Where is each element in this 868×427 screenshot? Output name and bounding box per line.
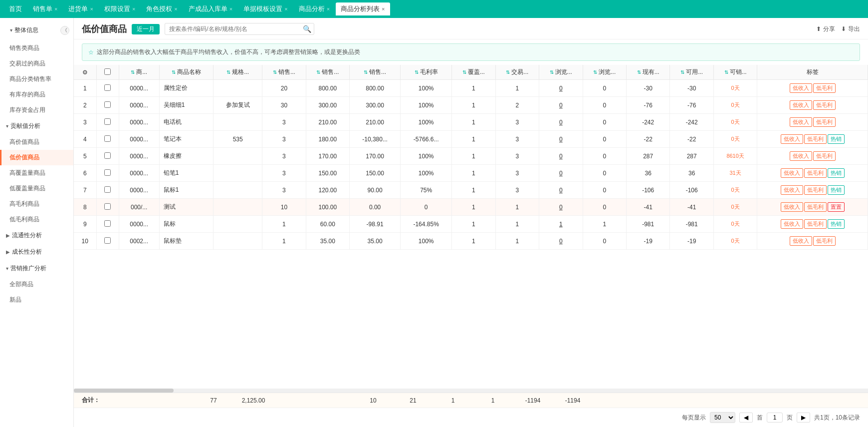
browse-link[interactable]: 0: [559, 153, 563, 160]
sidebar-item-traded-products[interactable]: 交易过的商品: [0, 56, 73, 71]
browse-link[interactable]: 0: [559, 204, 563, 211]
close-icon[interactable]: ×: [90, 6, 93, 12]
nav-sales-order[interactable]: 销售单 ×: [28, 2, 62, 15]
sidebar-item-category-rate[interactable]: 商品分类销售率: [0, 71, 73, 87]
row-select-checkbox[interactable]: [104, 169, 111, 176]
search-icon[interactable]: 🔍: [303, 25, 311, 33]
horizontal-scrollbar[interactable]: [74, 389, 868, 393]
select-all-checkbox[interactable]: [104, 68, 111, 75]
export-button[interactable]: ⬇ 导出: [841, 25, 860, 33]
nav-purchase-order[interactable]: 进货单 ×: [63, 2, 98, 15]
row-checkbox[interactable]: [96, 165, 119, 182]
col-current[interactable]: ⇅现有...: [626, 65, 669, 80]
nav-template-settings[interactable]: 单据模板设置 ×: [238, 2, 292, 15]
row-select-checkbox[interactable]: [104, 152, 111, 159]
row-browse1[interactable]: 0: [539, 148, 583, 165]
sidebar-section-circulation[interactable]: ▶ 流通性分析: [0, 227, 73, 244]
nav-product-analysis[interactable]: 商品分析 ×: [294, 2, 335, 15]
sidebar-section-growth[interactable]: ▶ 成长性分析: [0, 244, 73, 260]
sidebar-section-contribution[interactable]: ▾ 贡献值分析: [0, 118, 73, 134]
close-icon[interactable]: ×: [174, 6, 177, 12]
sidebar-item-low-margin[interactable]: 低毛利商品: [0, 212, 73, 227]
close-icon[interactable]: ×: [54, 6, 57, 12]
row-browse1[interactable]: 0: [539, 97, 583, 114]
col-settings[interactable]: ⚙: [74, 65, 96, 80]
page-number-input[interactable]: [767, 413, 783, 423]
sidebar-section-overview[interactable]: ▾ 整体信息: [4, 22, 60, 38]
col-trade[interactable]: ⇅交易...: [495, 65, 539, 80]
browse-link[interactable]: 0: [559, 85, 563, 92]
close-icon[interactable]: ×: [284, 6, 287, 12]
sidebar-collapse-btn[interactable]: 《: [60, 26, 69, 35]
col-sale2[interactable]: ⇅销售...: [306, 65, 349, 80]
col-spec[interactable]: ⇅规格...: [214, 65, 262, 80]
page-size-select[interactable]: 50 100 200: [710, 412, 735, 423]
sidebar-item-capital-ratio[interactable]: 库存资金占用: [0, 102, 73, 118]
sidebar-item-high-margin[interactable]: 高毛利商品: [0, 196, 73, 212]
row-checkbox[interactable]: [96, 148, 119, 165]
time-filter-button[interactable]: 近一月: [132, 24, 160, 34]
sidebar-item-low-coverage[interactable]: 低覆盖量商品: [0, 181, 73, 196]
col-usable[interactable]: ⇅可用...: [670, 65, 713, 80]
sidebar-item-all-products[interactable]: 全部商品: [0, 277, 73, 292]
browse-link[interactable]: 0: [559, 170, 563, 177]
col-sale3[interactable]: ⇅销售...: [350, 65, 401, 80]
row-select-checkbox[interactable]: [104, 118, 111, 125]
row-checkbox[interactable]: [96, 114, 119, 131]
close-icon[interactable]: ×: [382, 6, 385, 12]
close-icon[interactable]: ×: [229, 6, 232, 12]
col-browse2[interactable]: ⇅浏览...: [583, 65, 626, 80]
browse-link[interactable]: 1: [559, 221, 563, 228]
col-code[interactable]: ⇅商...: [119, 65, 159, 80]
sidebar-item-high-value[interactable]: 高价值商品: [0, 134, 73, 150]
col-browse1[interactable]: ⇅浏览...: [539, 65, 583, 80]
nav-roles[interactable]: 角色授权 ×: [141, 2, 182, 15]
row-checkbox[interactable]: [96, 199, 119, 216]
row-select-checkbox[interactable]: [104, 84, 111, 91]
sidebar-item-high-coverage[interactable]: 高覆盖量商品: [0, 165, 73, 181]
row-select-checkbox[interactable]: [104, 237, 111, 244]
row-browse1[interactable]: 0: [539, 114, 583, 131]
col-sale1[interactable]: ⇅销售...: [262, 65, 306, 80]
row-browse1[interactable]: 0: [539, 131, 583, 148]
next-page-btn[interactable]: ▶: [797, 413, 810, 423]
row-browse1[interactable]: 0: [539, 199, 583, 216]
row-browse1[interactable]: 0: [539, 233, 583, 250]
row-checkbox[interactable]: [96, 131, 119, 148]
close-icon[interactable]: ×: [132, 6, 135, 12]
row-checkbox[interactable]: [96, 182, 119, 199]
search-input[interactable]: [165, 23, 314, 35]
first-page-btn[interactable]: ◀: [739, 413, 753, 423]
col-name[interactable]: ⇅商品名称: [159, 65, 214, 80]
browse-link[interactable]: 0: [559, 136, 563, 143]
nav-home[interactable]: 首页: [4, 2, 27, 15]
row-select-checkbox[interactable]: [104, 186, 111, 193]
nav-product-analysis-list[interactable]: 商品分析列表 ×: [336, 2, 390, 15]
col-cover[interactable]: ⇅覆盖...: [452, 65, 495, 80]
sidebar-item-stock-products[interactable]: 有库存的商品: [0, 87, 73, 102]
row-checkbox[interactable]: [96, 97, 119, 114]
row-browse1[interactable]: 0: [539, 165, 583, 182]
col-saleable[interactable]: ⇅可销...: [713, 65, 757, 80]
row-checkbox[interactable]: [96, 80, 119, 97]
nav-permissions[interactable]: 权限设置 ×: [99, 2, 140, 15]
row-select-checkbox[interactable]: [104, 203, 111, 210]
browse-link[interactable]: 0: [559, 187, 563, 194]
row-browse1[interactable]: 0: [539, 182, 583, 199]
share-button[interactable]: ⬆ 分享: [816, 25, 835, 33]
row-checkbox[interactable]: [96, 216, 119, 233]
row-browse1[interactable]: 0: [539, 80, 583, 97]
close-icon[interactable]: ×: [327, 6, 330, 12]
row-browse1[interactable]: 1: [539, 216, 583, 233]
row-select-checkbox[interactable]: [104, 101, 111, 108]
scrollbar-thumb[interactable]: [74, 389, 174, 393]
sidebar-item-sales-products[interactable]: 销售类商品: [0, 40, 73, 56]
sidebar-item-low-value[interactable]: 低价值商品: [0, 150, 73, 165]
col-margin[interactable]: ⇅毛利率: [401, 65, 452, 80]
sidebar-item-new-products[interactable]: 新品: [0, 292, 73, 308]
sidebar-section-marketing[interactable]: ▾ 营销推广分析: [0, 260, 73, 277]
browse-link[interactable]: 0: [559, 102, 563, 109]
row-select-checkbox[interactable]: [104, 220, 111, 227]
row-checkbox[interactable]: [96, 233, 119, 250]
row-select-checkbox[interactable]: [104, 135, 111, 142]
